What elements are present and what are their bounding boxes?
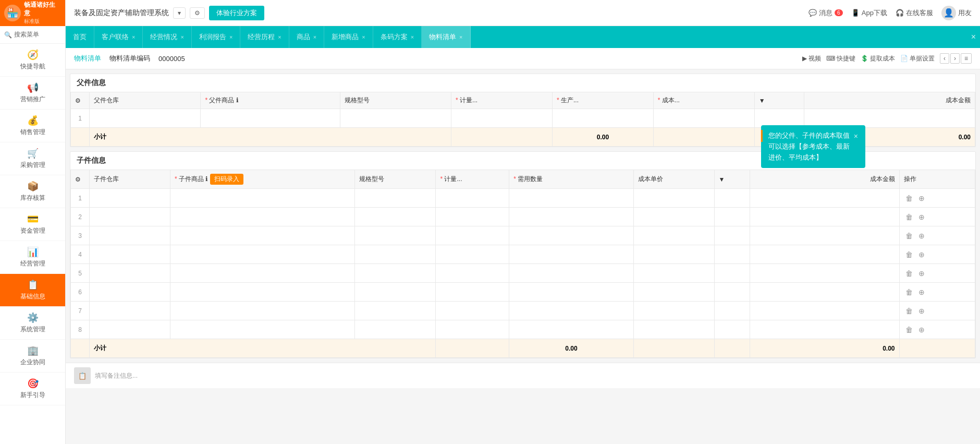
nav-more-btn[interactable]: ≡ xyxy=(961,53,972,64)
child-row-4-warehouse[interactable] xyxy=(90,245,170,264)
child-row-3-delete-icon[interactable]: 🗑 xyxy=(904,231,914,241)
child-row-1-product[interactable] xyxy=(170,189,355,208)
tab-ops-status-close[interactable]: × xyxy=(180,34,183,40)
child-row-5-warehouse[interactable] xyxy=(90,264,170,283)
child-row-1-spec[interactable] xyxy=(355,189,436,208)
sidebar-item-inventory[interactable]: 📦 库存核算 xyxy=(0,175,65,208)
child-row-5-product[interactable] xyxy=(170,264,355,283)
child-row-5-cost-unit[interactable] xyxy=(633,264,714,283)
child-row-6-product[interactable] xyxy=(170,283,355,302)
child-row-7-product[interactable] xyxy=(170,302,355,320)
child-row-3-product[interactable] xyxy=(170,226,355,245)
sidebar-item-operations[interactable]: 📊 经营管理 xyxy=(0,241,65,274)
child-row-3-unit[interactable] xyxy=(436,226,509,245)
tab-material-close[interactable]: × xyxy=(459,34,462,40)
child-row-6-unit[interactable] xyxy=(436,283,509,302)
child-row-2-spec[interactable] xyxy=(355,208,436,226)
scan-btn[interactable]: 扫码录入 xyxy=(210,174,243,185)
child-row-2-delete-icon[interactable]: 🗑 xyxy=(904,212,914,222)
system-dropdown-btn[interactable]: ▾ xyxy=(173,7,186,19)
child-row-1-warehouse[interactable] xyxy=(90,189,170,208)
child-row-6-copy-icon[interactable]: ⊕ xyxy=(916,287,927,297)
action-cost-extract[interactable]: 💲 提取成本 xyxy=(861,54,895,63)
tab-profit[interactable]: 利润报告 × xyxy=(192,26,240,48)
child-row-4-delete-icon[interactable]: 🗑 xyxy=(904,249,914,260)
settings-btn[interactable]: ⚙ xyxy=(190,7,205,19)
sidebar-item-system[interactable]: ⚙️ 系统管理 xyxy=(0,307,65,340)
child-row-8-spec[interactable] xyxy=(355,320,436,339)
sidebar-item-guide[interactable]: 🎯 新手引导 xyxy=(0,373,65,405)
child-row-1-delete-icon[interactable]: 🗑 xyxy=(904,193,914,203)
child-row-7-copy-icon[interactable]: ⊕ xyxy=(916,306,927,316)
child-row-8-cost-unit[interactable] xyxy=(633,320,714,339)
child-row-1-copy-icon[interactable]: ⊕ xyxy=(916,193,927,203)
parent-row-1-production[interactable] xyxy=(552,109,653,128)
child-row-7-spec[interactable] xyxy=(355,302,436,320)
child-row-7-cost-unit[interactable] xyxy=(633,302,714,320)
child-row-8-delete-icon[interactable]: 🗑 xyxy=(904,325,914,335)
child-row-4-copy-icon[interactable]: ⊕ xyxy=(916,249,927,260)
child-row-4-product[interactable] xyxy=(170,245,355,264)
parent-row-1-warehouse[interactable] xyxy=(90,109,201,128)
child-row-2-unit[interactable] xyxy=(436,208,509,226)
child-row-5-unit[interactable] xyxy=(436,264,509,283)
child-row-2-product[interactable] xyxy=(170,208,355,226)
child-row-6-warehouse[interactable] xyxy=(90,283,170,302)
child-row-3-cost-unit[interactable] xyxy=(633,226,714,245)
breadcrumb-parent[interactable]: 物料清单 xyxy=(74,54,101,62)
online-service-item[interactable]: 🎧 在线客服 xyxy=(896,8,933,18)
tooltip-close-btn[interactable]: × xyxy=(854,130,858,142)
child-row-2-qty[interactable] xyxy=(509,208,633,226)
child-row-5-qty[interactable] xyxy=(509,264,633,283)
action-video[interactable]: ▶ 视频 xyxy=(802,54,821,63)
child-row-7-unit[interactable] xyxy=(436,302,509,320)
tab-ops-status[interactable]: 经营情况 × xyxy=(143,26,191,48)
tab-customer-close[interactable]: × xyxy=(132,34,135,40)
child-row-5-copy-icon[interactable]: ⊕ xyxy=(916,268,927,279)
child-row-4-cost-unit[interactable] xyxy=(633,245,714,264)
child-row-7-qty[interactable] xyxy=(509,302,633,320)
child-col-settings[interactable]: ⚙ xyxy=(71,170,90,189)
bottom-bar-icon[interactable]: 📋 xyxy=(74,367,91,384)
child-row-8-warehouse[interactable] xyxy=(90,320,170,339)
tab-material-list[interactable]: 物料清单 × xyxy=(422,26,470,48)
parent-row-1-cost[interactable] xyxy=(653,109,754,128)
nav-next-btn[interactable]: › xyxy=(950,53,960,64)
tab-ops-history-close[interactable]: × xyxy=(278,34,281,40)
tab-new-goods-close[interactable]: × xyxy=(362,34,365,40)
parent-col-settings[interactable]: ⚙ xyxy=(71,92,90,109)
child-row-6-cost-unit[interactable] xyxy=(633,283,714,302)
child-row-2-copy-icon[interactable]: ⊕ xyxy=(916,212,927,222)
parent-row-1-product[interactable] xyxy=(201,109,340,128)
child-row-7-warehouse[interactable] xyxy=(90,302,170,320)
tab-goods[interactable]: 商品 × xyxy=(289,26,324,48)
child-row-5-delete-icon[interactable]: 🗑 xyxy=(904,268,914,279)
child-row-7-delete-icon[interactable]: 🗑 xyxy=(904,306,914,316)
user-item[interactable]: 👤 用友 xyxy=(941,6,972,20)
child-row-2-warehouse[interactable] xyxy=(90,208,170,226)
child-row-6-spec[interactable] xyxy=(355,283,436,302)
child-row-2-cost-unit[interactable] xyxy=(633,208,714,226)
child-row-8-unit[interactable] xyxy=(436,320,509,339)
parent-row-1-spec[interactable] xyxy=(340,109,451,128)
child-row-4-spec[interactable] xyxy=(355,245,436,264)
sidebar-item-purchase[interactable]: 🛒 采购管理 xyxy=(0,142,65,175)
tab-close-all[interactable]: × xyxy=(971,32,976,42)
child-row-1-qty[interactable] xyxy=(509,189,633,208)
child-row-8-qty[interactable] xyxy=(509,320,633,339)
action-single-settings[interactable]: 📄 单据设置 xyxy=(900,54,935,63)
child-row-4-qty[interactable] xyxy=(509,245,633,264)
message-item[interactable]: 💬 消息 6 xyxy=(808,8,843,18)
child-row-3-copy-icon[interactable]: ⊕ xyxy=(916,231,927,241)
child-row-8-product[interactable] xyxy=(170,320,355,339)
sidebar-item-enterprise[interactable]: 🏢 企业协同 xyxy=(0,340,65,373)
child-row-6-delete-icon[interactable]: 🗑 xyxy=(904,287,914,297)
action-shortcut[interactable]: ⌨ 快捷键 xyxy=(826,54,855,63)
child-row-3-warehouse[interactable] xyxy=(90,226,170,245)
child-row-8-copy-icon[interactable]: ⊕ xyxy=(916,325,927,335)
sidebar-item-marketing[interactable]: 📢 营销推广 xyxy=(0,77,65,110)
tab-home[interactable]: 首页 xyxy=(66,26,94,48)
tab-new-goods[interactable]: 新增商品 × xyxy=(324,26,373,48)
sidebar-item-sales[interactable]: 💰 销售管理 xyxy=(0,110,65,142)
trial-btn[interactable]: 体验行业方案 xyxy=(209,6,264,20)
